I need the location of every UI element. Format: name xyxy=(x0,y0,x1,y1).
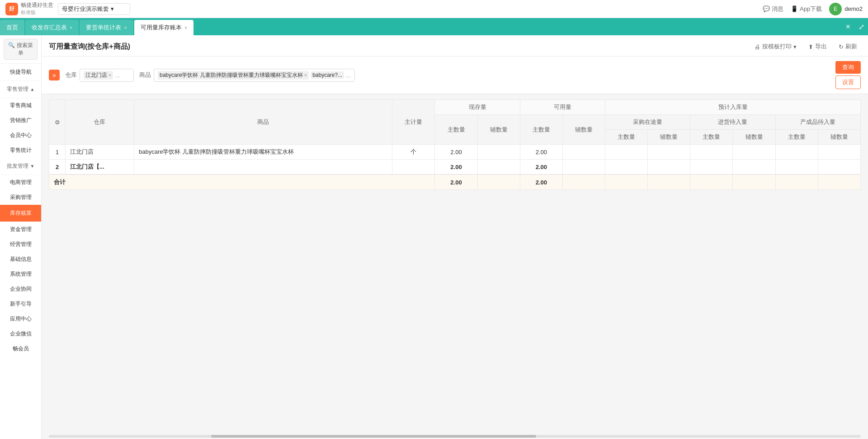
expand-tabs-btn[interactable]: ⤢ xyxy=(855,18,868,35)
row2-inbound-aux xyxy=(733,160,775,175)
row1-prod-aux xyxy=(818,145,860,160)
inbound-main-header: 主数量 xyxy=(690,130,733,145)
sidebar-item-member[interactable]: 会员中心 xyxy=(0,128,41,143)
row2-warehouse: 江北门店【... xyxy=(66,160,134,175)
sidebar-item-retail-mall[interactable]: 零售商城 xyxy=(0,98,41,113)
warehouse-filter-label: 仓库 xyxy=(65,71,77,79)
tab-available[interactable]: 可用量库存账本 × xyxy=(134,20,193,35)
warehouse-filter-input[interactable]: 江北门店 × ... xyxy=(80,69,134,82)
footer-prod-main xyxy=(775,175,818,190)
warehouse-more-btn[interactable]: ... xyxy=(115,72,120,79)
row2-no: 2 xyxy=(49,160,66,175)
logo-icon: 好 xyxy=(5,3,18,15)
sidebar-item-purchase[interactable]: 采购管理 xyxy=(0,190,41,205)
avatar: E xyxy=(829,3,842,15)
message-btn[interactable]: 💬 消息 xyxy=(763,5,783,13)
print-btn[interactable]: 🖨 按模板打印 ▾ xyxy=(751,41,800,52)
tab-available-label: 可用量库存账本 xyxy=(141,24,182,32)
product-col-header: 商品 xyxy=(134,100,392,145)
product-more-btn[interactable]: ... xyxy=(346,72,351,79)
footer-avail-aux xyxy=(562,175,605,190)
sidebar-item-ent-wechat[interactable]: 企业微信 xyxy=(0,326,41,341)
stock-aux-header: 辅数量 xyxy=(477,115,520,145)
inventory-label: 库存核算 xyxy=(10,210,32,216)
app-download-btn[interactable]: 📱 App下载 xyxy=(791,5,822,13)
sidebar-item-operations[interactable]: 经营管理 xyxy=(0,237,41,252)
data-table: ⚙ 仓库 商品 主计量 现存量 可用量 预计入库量 主数量 辅数量 主数量 辅数… xyxy=(49,99,861,190)
prod-pending-header: 产成品待入量 xyxy=(775,115,860,130)
settings-col-header[interactable]: ⚙ xyxy=(49,100,66,145)
inbound-pending-header: 进货待入量 xyxy=(690,115,775,130)
horizontal-scrollbar[interactable] xyxy=(42,434,868,439)
retail-mgmt-label: 零售管理 xyxy=(7,85,28,93)
print-label: 按模板打印 xyxy=(762,42,792,51)
scrollbar-thumb[interactable] xyxy=(211,435,536,438)
sidebar-item-retail-mgmt[interactable]: 零售管理 ▲ xyxy=(0,81,41,98)
footer-row: 合计 2.00 2.00 xyxy=(49,175,861,190)
planned-inbound-group-header: 预计入库量 xyxy=(605,100,861,115)
warehouse-tag-text: 江北门店 xyxy=(85,71,107,79)
sidebar: 🔍 搜索菜单 快捷导航 零售管理 ▲ 零售商城 营销推广 会员中心 零售统计 批… xyxy=(0,35,42,439)
content-area: 可用量查询(按仓库+商品) 🖨 按模板打印 ▾ ⬆ 导出 ↻ 刷新 » xyxy=(42,35,868,439)
search-menu-label: 搜索菜单 xyxy=(17,42,33,56)
sidebar-item-vip[interactable]: 畅会员 xyxy=(0,341,41,356)
retail-mgmt-arrow: ▲ xyxy=(30,87,35,92)
search-menu-btn[interactable]: 🔍 搜索菜单 xyxy=(4,39,38,60)
sidebar-item-marketing[interactable]: 营销推广 xyxy=(0,113,41,128)
user-area[interactable]: E demo2 xyxy=(829,3,863,15)
sidebar-item-wholesale[interactable]: 批发管理 ▼ xyxy=(0,158,41,175)
warehouse-tag-close[interactable]: × xyxy=(108,72,111,78)
query-btn[interactable]: 查询 xyxy=(835,61,861,74)
scrollbar-track[interactable] xyxy=(49,435,861,438)
tab-home[interactable]: 首页 xyxy=(0,20,24,35)
industry-label: 母婴行业演示账套 xyxy=(62,5,109,13)
main-layout: 🔍 搜索菜单 快捷导航 零售管理 ▲ 零售商城 营销推广 会员中心 零售统计 批… xyxy=(0,35,868,439)
wholesale-label: 批发管理 xyxy=(7,162,28,170)
refresh-btn[interactable]: ↻ 刷新 xyxy=(835,41,861,52)
ent-wechat-label: 企业微信 xyxy=(10,330,32,337)
product-filter-input[interactable]: babycare学饮杯 儿童防摔防撞吸管杯重力球吸嘴杯宝宝水杯 × babyca… xyxy=(154,69,355,82)
close-available-icon[interactable]: × xyxy=(184,25,187,30)
product-tag2: babycare?... xyxy=(311,71,344,79)
sidebar-item-finance[interactable]: 资金管理 xyxy=(0,222,41,237)
pur-transit-main-header: 主数量 xyxy=(605,130,648,145)
row1-avail-aux xyxy=(562,145,605,160)
footer-stock-aux xyxy=(477,175,520,190)
finance-label: 资金管理 xyxy=(10,226,32,232)
search-icon: 🔍 xyxy=(8,42,15,48)
export-label: 导出 xyxy=(815,42,827,51)
sidebar-item-newbie[interactable]: 新手引导 xyxy=(0,297,41,312)
row2-avail-main: 2.00 xyxy=(520,160,562,175)
close-all-tabs-btn[interactable]: × xyxy=(845,18,850,35)
sidebar-item-ecommerce[interactable]: 电商管理 xyxy=(0,175,41,190)
filter-expand-btn[interactable]: » xyxy=(49,70,60,80)
sidebar-item-inventory[interactable]: 库存核算 xyxy=(0,205,41,222)
sidebar-item-quick-nav[interactable]: 快捷导航 xyxy=(0,64,41,81)
sidebar-item-system[interactable]: 系统管理 xyxy=(0,267,41,282)
tab-orderstat[interactable]: 要货单统计表 × xyxy=(80,20,133,35)
footer-stock-main: 2.00 xyxy=(435,175,477,190)
basic-info-label: 基础信息 xyxy=(10,256,32,262)
sidebar-item-enterprise[interactable]: 企业协同 xyxy=(0,282,41,297)
sidebar-item-app-center[interactable]: 应用中心 xyxy=(0,312,41,326)
stock-main-header: 主数量 xyxy=(435,115,477,145)
row1-prod-main xyxy=(775,145,818,160)
sidebar-item-basic-info[interactable]: 基础信息 xyxy=(0,252,41,267)
industry-selector[interactable]: 母婴行业演示账套 ▾ xyxy=(58,3,130,15)
top-bar: 好 畅捷通好生意 标准版 母婴行业演示账套 ▾ 💬 消息 📱 App下载 E d… xyxy=(0,0,868,18)
avail-aux-header: 辅数量 xyxy=(562,115,605,145)
settings-btn[interactable]: 设置 xyxy=(835,76,861,89)
product-tag1-close[interactable]: × xyxy=(304,72,307,78)
refresh-label: 刷新 xyxy=(845,42,857,51)
download-label: App下载 xyxy=(800,5,822,13)
export-icon: ⬆ xyxy=(808,43,813,50)
retail-mall-label: 零售商城 xyxy=(10,102,32,109)
tab-receivepay[interactable]: 收发存汇总表 × xyxy=(25,20,79,35)
close-orderstat-icon[interactable]: × xyxy=(124,25,127,30)
pur-transit-header: 采购在途量 xyxy=(605,115,690,130)
export-btn[interactable]: ⬆ 导出 xyxy=(805,41,830,52)
sidebar-item-retail-stats[interactable]: 零售统计 xyxy=(0,143,41,158)
row2-stock-main: 2.00 xyxy=(435,160,477,175)
close-receivepay-icon[interactable]: × xyxy=(70,25,72,30)
logo-texts: 畅捷通好生意 标准版 xyxy=(21,2,53,16)
